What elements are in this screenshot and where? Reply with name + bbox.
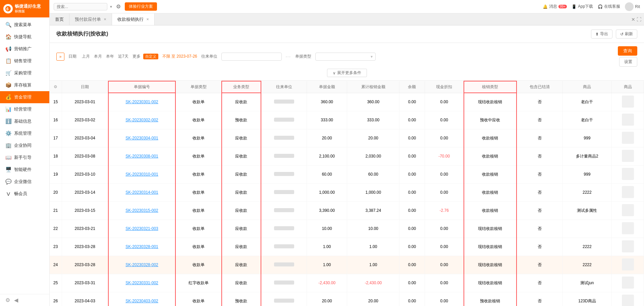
bill-no-link-0[interactable]: SK-20230301-002 bbox=[125, 100, 158, 104]
tab-collection[interactable]: 收款核销执行 ✕ bbox=[112, 13, 155, 25]
table-row[interactable]: 25 2023-03-31 SK-20230331-002 红字收款单 应收款 … bbox=[50, 274, 644, 292]
table-row[interactable]: 17 2023-03-04 SK-20230304-001 收款单 应收款 20… bbox=[50, 129, 644, 147]
sidebar-item-search[interactable]: 🔍搜索菜单 bbox=[0, 19, 49, 31]
cell-amount-11: 20.00 bbox=[307, 292, 347, 306]
cell-balance-4: 0.00 bbox=[399, 165, 425, 183]
sidebar-item-marketing[interactable]: 📢营销推广 bbox=[0, 43, 49, 55]
cell-goods2-9 bbox=[612, 256, 644, 274]
operation-icon: 📊 bbox=[5, 106, 11, 112]
date-last-month[interactable]: 上月 bbox=[80, 53, 91, 60]
table-row[interactable]: 18 2023-03-08 SK-20230308-001 收款单 应收款 2,… bbox=[50, 147, 644, 165]
date-this-month[interactable]: 本月 bbox=[93, 53, 103, 60]
cell-no-1: 16 bbox=[50, 111, 62, 129]
table-row[interactable]: 21 2023-03-15 SK-20230315-002 收款单 应收款 3,… bbox=[50, 201, 644, 220]
online-support-btn[interactable]: 🎧 在线客服 bbox=[598, 4, 620, 9]
topbar-dropdown-arrow[interactable]: ▾ bbox=[110, 4, 112, 9]
cell-includesettled-9: 否 bbox=[517, 256, 562, 274]
cell-includesettled-7: 否 bbox=[517, 220, 562, 238]
topbar-gear-icon[interactable]: ⚙ bbox=[116, 3, 121, 10]
sidebar-item-wechat[interactable]: 💬企业微信 bbox=[0, 176, 49, 188]
sidebar-item-sales[interactable]: 📋销售管理 bbox=[0, 55, 49, 67]
cell-balance-7: 0.00 bbox=[399, 220, 425, 238]
date-last-7days[interactable]: 近7天 bbox=[117, 53, 130, 60]
tab-expand-icon[interactable]: ⛶ bbox=[637, 17, 641, 22]
bill-no-link-10[interactable]: SK-20230331-002 bbox=[125, 281, 158, 285]
table-row[interactable]: 20 2023-03-14 SK-20230314-001 收款单 应收款 1,… bbox=[50, 183, 644, 201]
page-header-actions: ⬆ 导出 ↺ 刷新 bbox=[591, 29, 637, 39]
bill-no-link-8[interactable]: SK-20230328-001 bbox=[125, 244, 158, 249]
tab-home[interactable]: 首页 bbox=[50, 13, 69, 25]
cell-date-10: 2023-03-31 bbox=[62, 274, 108, 292]
partner-filter-input[interactable] bbox=[221, 53, 282, 61]
cell-goods2-1 bbox=[612, 111, 644, 129]
messages-btn[interactable]: 🔔 消息 99+ bbox=[543, 4, 567, 9]
table-row[interactable]: 23 2023-03-28 SK-20230328-001 收款单 应收款 1.… bbox=[50, 238, 644, 256]
table-row[interactable]: 26 2023-04-03 SK-20230403-002 收款单 预收款 20… bbox=[50, 292, 644, 306]
solution-btn[interactable]: 体验行业方案 bbox=[125, 2, 157, 11]
sidebar-item-purchase[interactable]: 🛒采购管理 bbox=[0, 67, 49, 79]
date-custom-btn[interactable]: 自定义 bbox=[143, 54, 158, 59]
cell-billtype-6: 收款单 bbox=[175, 201, 221, 220]
bill-no-link-1[interactable]: SK-20230302-002 bbox=[125, 118, 158, 122]
date-more[interactable]: 更多 bbox=[131, 53, 142, 60]
cell-biztype-9: 应收款 bbox=[222, 256, 261, 274]
user-avatar-area[interactable]: Rit bbox=[625, 2, 640, 11]
cell-amount-2: 20.00 bbox=[307, 129, 347, 147]
bill-type-select[interactable]: ▾ bbox=[315, 53, 376, 61]
sidebar-item-enterprise[interactable]: 🏢企业协同 bbox=[0, 139, 49, 151]
bill-no-link-4[interactable]: SK-20230310-001 bbox=[125, 172, 158, 177]
bill-no-link-9[interactable]: SK-20230328-002 bbox=[125, 262, 158, 267]
sidebar-item-operation[interactable]: 📊经营管理 bbox=[0, 103, 49, 115]
query-btn[interactable]: 查询 bbox=[618, 46, 637, 56]
bill-no-link-5[interactable]: SK-20230314-001 bbox=[125, 190, 158, 195]
cell-date-8: 2023-03-28 bbox=[62, 238, 108, 256]
headset-icon: 🎧 bbox=[598, 4, 603, 9]
app-download-btn[interactable]: 📱 App下载 bbox=[572, 4, 593, 9]
sidebar-item-newbie[interactable]: 📖新手引导 bbox=[0, 151, 49, 164]
expand-more-btn[interactable]: ∨ 展开更多条件 bbox=[327, 69, 367, 77]
sidebar-item-member[interactable]: V畅会员 bbox=[0, 188, 49, 200]
refresh-btn[interactable]: ↺ 刷新 bbox=[616, 29, 637, 39]
topbar: ▾ ⚙ 体验行业方案 🔔 消息 99+ 📱 App下载 🎧 在线客服 Rit bbox=[50, 0, 644, 13]
collection-tab-close[interactable]: ✕ bbox=[146, 17, 149, 21]
sidebar-item-label-wechat: 企业微信 bbox=[14, 179, 32, 185]
sidebar-item-label-operation: 经营管理 bbox=[14, 106, 32, 112]
collapse-icon[interactable]: ◀ bbox=[14, 297, 18, 303]
prepay-tab-close[interactable]: ✕ bbox=[104, 17, 106, 21]
cell-cashdiscount-1: 0.00 bbox=[425, 111, 464, 129]
sidebar-item-inventory[interactable]: 📦库存核算 bbox=[0, 79, 49, 91]
bill-no-link-7[interactable]: SK-20230321-003 bbox=[125, 226, 158, 231]
sidebar-item-system[interactable]: ⚙️系统管理 bbox=[0, 127, 49, 139]
table-row[interactable]: 16 2023-03-02 SK-20230302-002 收款单 预收款 33… bbox=[50, 111, 644, 129]
table-row[interactable]: 24 2023-03-28 SK-20230328-002 收款单 应收款 1.… bbox=[50, 256, 644, 274]
export-btn[interactable]: ⬆ 导出 bbox=[591, 29, 612, 39]
cell-goods2-0 bbox=[612, 93, 644, 111]
bill-no-link-6[interactable]: SK-20230315-002 bbox=[125, 208, 158, 213]
cell-canceltype-10: 现结收款核销 bbox=[464, 274, 517, 292]
th-settings[interactable]: ⚙ bbox=[50, 81, 62, 93]
tab-prepay[interactable]: 预付款应付单 ✕ bbox=[69, 13, 112, 25]
filter-expand-btn[interactable]: » bbox=[56, 53, 64, 61]
sidebar-item-basic[interactable]: ℹ️基础信息 bbox=[0, 115, 49, 127]
settings-bottom-icon[interactable]: ⚙ bbox=[5, 297, 10, 303]
cell-no-2: 17 bbox=[50, 129, 62, 147]
table-row[interactable]: 15 2023-03-01 SK-20230301-002 收款单 应收款 36… bbox=[50, 93, 644, 111]
bill-no-link-3[interactable]: SK-20230308-001 bbox=[125, 154, 158, 159]
filter-settings-btn[interactable]: 设置 bbox=[619, 57, 637, 67]
cell-cumulative-11: 20.00 bbox=[347, 292, 399, 306]
sidebar-item-shortcut[interactable]: 🏠快捷导航 bbox=[0, 31, 49, 43]
tab-close-all-icon[interactable]: ✕ bbox=[631, 17, 635, 22]
sidebar-item-finance[interactable]: 💰资金管理 bbox=[0, 91, 49, 103]
table-row[interactable]: 22 2023-03-21 SK-20230321-003 收款单 应收款 10… bbox=[50, 220, 644, 238]
bill-no-link-11[interactable]: SK-20230403-002 bbox=[125, 299, 158, 303]
bill-no-link-2[interactable]: SK-20230304-001 bbox=[125, 136, 158, 140]
cell-includesettled-2: 否 bbox=[517, 129, 562, 147]
date-this-year[interactable]: 本年 bbox=[105, 53, 115, 60]
cell-no-7: 22 bbox=[50, 220, 62, 238]
system-icon: ⚙️ bbox=[5, 130, 11, 136]
table-row[interactable]: 19 2023-03-10 SK-20230310-001 收款单 应收款 60… bbox=[50, 165, 644, 183]
cell-partner-4 bbox=[261, 165, 307, 183]
gear-icon[interactable]: ⚙ bbox=[54, 84, 57, 89]
sidebar-item-hardware[interactable]: 🖥️智能硬件 bbox=[0, 164, 49, 176]
topbar-search-input[interactable] bbox=[54, 3, 107, 10]
